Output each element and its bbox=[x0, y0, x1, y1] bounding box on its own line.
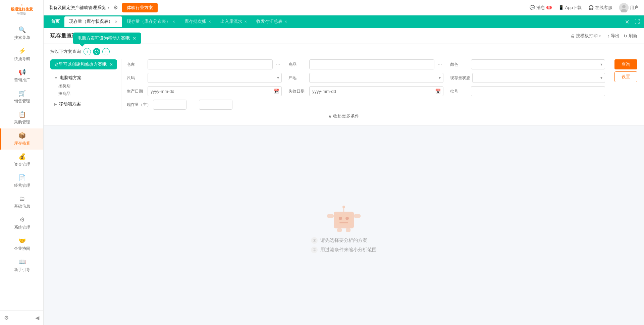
sidebar-item-enterprise[interactable]: 🤝 企业协同 bbox=[0, 234, 43, 255]
marketing-icon: 📢 bbox=[18, 68, 26, 76]
logo-text: 畅通道好生意 bbox=[11, 7, 33, 11]
filter-row-4: 现存量（主） — bbox=[127, 100, 605, 110]
search-button[interactable]: 查询 bbox=[614, 59, 637, 69]
svg-point-8 bbox=[339, 217, 342, 220]
warehouse-more-btn[interactable]: ··· bbox=[275, 61, 282, 67]
tab-inout-close[interactable]: ✕ bbox=[244, 20, 247, 23]
sidebar-nav: 🔍 搜索菜单 ⚡ 快捷导航 📢 营销推广 🛒 销售管理 📋 采购管理 📦 库存核… bbox=[0, 20, 43, 310]
svg-point-12 bbox=[342, 206, 345, 208]
edit-scheme-btn[interactable] bbox=[93, 48, 100, 55]
batch-input[interactable] bbox=[471, 86, 605, 96]
mobile-scheme-item[interactable]: ▶ 移动端方案 bbox=[50, 100, 117, 108]
warehouse-label: 仓库 bbox=[127, 62, 146, 67]
tooltip1-text: 电脑方案可设为移动方案哦 bbox=[77, 35, 130, 41]
header-right: 💬 消息 6 📱 App下载 🎧 在线客服 用户 bbox=[530, 3, 639, 12]
sidebar-item-label: 快捷导航 bbox=[14, 56, 30, 62]
color-label: 颜色 bbox=[450, 62, 469, 67]
pc-scheme-item[interactable]: ▼ 电脑端方案 bbox=[50, 73, 117, 82]
tab-summary-close[interactable]: ✕ bbox=[284, 20, 287, 23]
refresh-btn[interactable]: ↻ 刷新 bbox=[624, 33, 637, 39]
tab-stock-dist[interactable]: 现存量（库存分布表） ✕ bbox=[122, 16, 180, 27]
goods-input[interactable] bbox=[309, 59, 434, 69]
stock-status-select-wrapper bbox=[472, 73, 605, 83]
stock-main-to-input[interactable] bbox=[199, 100, 232, 110]
tooltip1-close-btn[interactable]: ✕ bbox=[132, 36, 137, 41]
sidebar-item-management[interactable]: 📄 经营管理 bbox=[0, 171, 43, 192]
filter-row-1: 仓库 ··· 商品 ··· bbox=[127, 59, 605, 69]
color-select-wrapper bbox=[471, 59, 605, 69]
stock-main-from-input[interactable] bbox=[153, 100, 186, 110]
tab-batch[interactable]: 库存批次账 ✕ bbox=[180, 16, 216, 27]
print-dropdown-arrow[interactable]: ▾ bbox=[599, 34, 601, 38]
sidebar-item-marketing[interactable]: 📢 营销推广 bbox=[0, 65, 43, 86]
export-icon: ↑ bbox=[607, 34, 610, 39]
tab-stock-status[interactable]: 现存量（库存状况表） ✕ bbox=[64, 16, 122, 27]
tab-summary[interactable]: 收发存汇总表 ✕ bbox=[252, 16, 292, 27]
filter-main-area: 这里可以创建和修改方案哦 ✕ ▼ 电脑端方案 按类别 按商品 bbox=[50, 59, 637, 110]
tip-num-2: ② bbox=[311, 247, 318, 253]
svg-rect-16 bbox=[346, 228, 351, 232]
tab-batch-close[interactable]: ✕ bbox=[208, 20, 211, 23]
sidebar-item-inventory[interactable]: 📦 库存核算 bbox=[0, 128, 43, 150]
export-btn[interactable]: ↑ 导出 bbox=[607, 33, 620, 39]
collapse-btn[interactable]: ∧ 收起更多条件 bbox=[50, 110, 637, 122]
message-icon: 💬 bbox=[530, 5, 535, 10]
tab-expand-btn[interactable]: ⛶ bbox=[633, 17, 641, 26]
sub-item-category[interactable]: 按类别 bbox=[50, 82, 117, 90]
sidebar-item-nav[interactable]: ⚡ 快捷导航 bbox=[0, 44, 43, 65]
message-action[interactable]: 💬 消息 6 bbox=[530, 5, 552, 11]
sidebar-item-sales[interactable]: 🛒 销售管理 bbox=[0, 86, 43, 107]
scheme-tree: ▼ 电脑端方案 按类别 按商品 ▶ 移动端方案 bbox=[50, 72, 117, 110]
tab-stock-dist-label: 现存量（库存分布表） bbox=[127, 18, 170, 24]
expire-date-input[interactable] bbox=[309, 86, 443, 96]
svg-point-9 bbox=[345, 217, 349, 220]
color-select[interactable] bbox=[471, 59, 605, 69]
refresh-small-icon bbox=[94, 49, 99, 54]
empty-tips: ① 请先选择要分析的方案 ② 用过滤条件来缩小分析范围 bbox=[311, 237, 377, 256]
gear-button[interactable]: ⚙ bbox=[113, 4, 118, 11]
system-dropdown-arrow[interactable]: ▾ bbox=[108, 6, 109, 9]
sidebar-item-search[interactable]: 🔍 搜索菜单 bbox=[0, 23, 43, 44]
left-arrow-btn[interactable]: ← bbox=[102, 48, 110, 55]
sidebar-item-label: 库存核算 bbox=[14, 141, 30, 146]
goods-more-btn[interactable]: ··· bbox=[436, 61, 443, 67]
tab-close-all-btn[interactable]: ✕ bbox=[624, 17, 631, 26]
tip-item-2: ② 用过滤条件来缩小分析范围 bbox=[311, 247, 377, 253]
sidebar-item-basic[interactable]: 🗂 基础信息 bbox=[0, 192, 43, 213]
tab-stock-status-close[interactable]: ✕ bbox=[115, 20, 117, 23]
produce-date-input[interactable] bbox=[148, 86, 282, 96]
settings-footer-btn[interactable]: ⚙ bbox=[4, 315, 9, 321]
message-label: 消息 bbox=[536, 5, 545, 11]
tip-text-1: 请先选择要分析的方案 bbox=[320, 237, 367, 243]
empty-state: ① 请先选择要分析的方案 ② 用过滤条件来缩小分析范围 bbox=[311, 198, 377, 256]
stock-status-select[interactable] bbox=[472, 73, 605, 83]
industry-btn[interactable]: 体验行业方案 bbox=[122, 3, 158, 12]
stock-status-label: 现存量状态 bbox=[450, 75, 470, 81]
sidebar-item-finance[interactable]: 💰 资金管理 bbox=[0, 150, 43, 171]
tooltip1-arrow bbox=[79, 44, 85, 47]
collapse-sidebar-btn[interactable]: ◀ bbox=[35, 315, 39, 321]
add-scheme-btn[interactable]: + bbox=[84, 48, 91, 55]
tooltip2-close-btn[interactable]: ✕ bbox=[109, 62, 113, 67]
sub-item-goods[interactable]: 按商品 bbox=[50, 90, 117, 98]
sidebar-item-system[interactable]: ⚙ 系统管理 bbox=[0, 213, 43, 234]
origin-select[interactable] bbox=[309, 73, 443, 83]
sales-icon: 🛒 bbox=[18, 90, 26, 97]
reset-button[interactable]: 设置 bbox=[614, 71, 637, 82]
filter-fields: 仓库 ··· 商品 ··· bbox=[127, 59, 605, 110]
sidebar-item-purchase[interactable]: 📋 采购管理 bbox=[0, 107, 43, 128]
size-select[interactable] bbox=[148, 73, 282, 83]
print-btn[interactable]: 🖨 按模板打印 ▾ bbox=[568, 32, 603, 40]
user-action[interactable]: 用户 bbox=[619, 3, 639, 12]
tab-inout[interactable]: 出入库流水 ✕ bbox=[216, 16, 252, 27]
warehouse-input[interactable] bbox=[148, 59, 273, 69]
sidebar-item-guide[interactable]: 📖 新手引导 bbox=[0, 255, 43, 276]
phone-icon: 📱 bbox=[558, 5, 564, 10]
sidebar-item-label: 新手引导 bbox=[14, 267, 30, 273]
tab-home[interactable]: 首页 bbox=[46, 16, 64, 27]
tab-stock-dist-close[interactable]: ✕ bbox=[172, 20, 175, 23]
size-label: 尺码 bbox=[127, 75, 146, 81]
app-download-action[interactable]: 📱 App下载 bbox=[558, 5, 582, 11]
tab-inout-label: 出入库流水 bbox=[220, 18, 242, 24]
online-support-action[interactable]: 🎧 在线客服 bbox=[588, 5, 612, 11]
